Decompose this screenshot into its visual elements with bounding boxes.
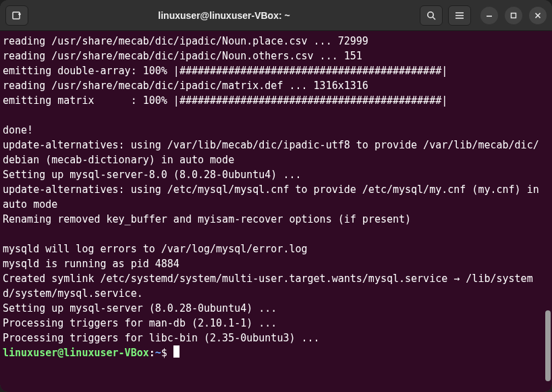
hamburger-icon bbox=[454, 10, 465, 21]
minimize-icon bbox=[485, 11, 493, 20]
new-tab-button[interactable] bbox=[5, 5, 28, 26]
prompt-colon: : bbox=[149, 347, 155, 359]
close-icon bbox=[534, 11, 542, 20]
terminal-output[interactable]: reading /usr/share/mecab/dic/ipadic/Noun… bbox=[0, 31, 545, 392]
search-button[interactable] bbox=[420, 5, 443, 26]
prompt: linuxuser@linuxuser-VBox:~$ bbox=[3, 347, 180, 359]
svg-line-4 bbox=[433, 17, 435, 20]
new-tab-icon bbox=[11, 10, 22, 21]
svg-rect-9 bbox=[512, 13, 516, 18]
window-controls bbox=[480, 7, 547, 24]
window-title: linuxuser@linuxuser-VBox: ~ bbox=[34, 10, 414, 21]
close-button[interactable] bbox=[529, 7, 547, 24]
terminal-window: linuxuser@linuxuser-VBox: ~ bbox=[0, 0, 552, 392]
scrollbar-thumb[interactable] bbox=[545, 310, 551, 381]
minimize-button[interactable] bbox=[480, 7, 498, 24]
cursor bbox=[173, 345, 180, 358]
maximize-button[interactable] bbox=[505, 7, 522, 24]
hamburger-menu-button[interactable] bbox=[448, 5, 471, 26]
svg-point-3 bbox=[428, 11, 433, 17]
terminal-viewport: reading /usr/share/mecab/dic/ipadic/Noun… bbox=[0, 31, 552, 392]
prompt-user-host: linuxuser@linuxuser-VBox bbox=[3, 347, 149, 359]
prompt-path: ~ bbox=[155, 347, 161, 359]
titlebar: linuxuser@linuxuser-VBox: ~ bbox=[0, 0, 552, 31]
scrollbar-track[interactable] bbox=[545, 34, 551, 388]
search-icon bbox=[426, 10, 437, 21]
prompt-dollar: $ bbox=[161, 347, 167, 359]
svg-rect-0 bbox=[13, 12, 20, 19]
maximize-icon bbox=[509, 11, 518, 20]
